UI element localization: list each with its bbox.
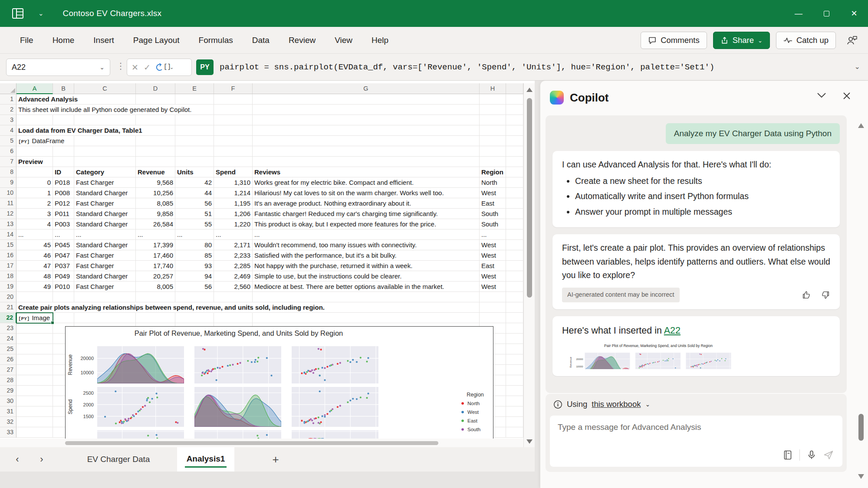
grid-cell[interactable]: P003 <box>53 219 74 229</box>
grid-cell[interactable]: 42 <box>175 177 214 188</box>
selected-cell[interactable]: [PY]Image <box>16 313 53 323</box>
grid-cell[interactable] <box>53 136 74 146</box>
grid-cell[interactable]: West <box>480 282 506 292</box>
grid-cell[interactable] <box>214 146 253 157</box>
grid-cell[interactable] <box>53 105 74 115</box>
grid-cell[interactable] <box>16 354 53 365</box>
grid-cell[interactable]: 85 <box>175 250 214 261</box>
grid-cell[interactable]: Advanced Analysis <box>16 94 53 105</box>
grid-cell[interactable]: Create pair plots analyzing relationship… <box>16 302 53 313</box>
grid-cell[interactable] <box>175 313 214 323</box>
maximize-button[interactable] <box>812 0 840 27</box>
copilot-collapse-chevron-icon[interactable] <box>817 92 826 98</box>
grid-cell[interactable]: Fast Charger <box>74 177 136 188</box>
grid-cell[interactable] <box>175 94 214 105</box>
grid-cell[interactable]: East <box>480 198 506 209</box>
grid-cell[interactable]: ... <box>253 229 480 240</box>
grid-cell[interactable] <box>214 313 253 323</box>
menu-tab-file[interactable]: File <box>20 36 33 45</box>
menu-tab-review[interactable]: Review <box>289 36 316 45</box>
grid-cell[interactable] <box>506 396 523 406</box>
grid-cell[interactable]: 20,257 <box>136 271 175 282</box>
grid-cell[interactable] <box>74 157 136 167</box>
grid-cell[interactable]: 1,310 <box>214 177 253 188</box>
grid-cell[interactable] <box>74 136 136 146</box>
vertical-scrollbar[interactable] <box>523 83 535 447</box>
grid-cell[interactable] <box>506 292 523 302</box>
menu-tab-help[interactable]: Help <box>372 36 388 45</box>
grid-cell[interactable]: Reviews <box>253 167 480 177</box>
grid-cell[interactable] <box>175 125 214 136</box>
copilot-scrollbar[interactable] <box>858 120 865 480</box>
grid-cell[interactable] <box>53 302 74 313</box>
thumbs-down-icon[interactable] <box>821 290 830 300</box>
grid-cell[interactable]: 0 <box>16 177 53 188</box>
share-button[interactable]: Share ⌄ <box>713 32 770 49</box>
row-header-12[interactable]: 12 <box>0 209 16 219</box>
sheet-nav-back-icon[interactable]: ‹ <box>10 447 25 472</box>
grid-cell[interactable]: ... <box>480 229 506 240</box>
grid-cell[interactable] <box>253 146 480 157</box>
grid-cell[interactable] <box>175 136 214 146</box>
vertical-scroll-thumb[interactable] <box>527 98 532 298</box>
grid-cell[interactable] <box>506 261 523 271</box>
grid-cell[interactable] <box>175 302 214 313</box>
comments-button[interactable]: Comments <box>641 32 707 49</box>
grid-cell[interactable] <box>16 323 53 334</box>
grid-cell[interactable] <box>506 157 523 167</box>
copilot-scroll-up-icon[interactable] <box>858 123 864 128</box>
grid-cell[interactable]: 1,214 <box>214 188 253 198</box>
menu-tab-insert[interactable]: Insert <box>93 36 114 45</box>
grid-cell[interactable]: West <box>480 271 506 282</box>
grid-cell[interactable] <box>74 302 136 313</box>
copilot-scroll-down-icon[interactable] <box>858 474 864 479</box>
grid-cell[interactable] <box>214 136 253 146</box>
formula-bar-more-icon[interactable]: ⋮ <box>116 61 125 71</box>
grid-cell[interactable]: P049 <box>53 271 74 282</box>
grid-cell[interactable] <box>506 313 523 323</box>
grid-cell[interactable]: 26,584 <box>136 219 175 229</box>
row-header-25[interactable]: 25 <box>0 344 16 354</box>
grid-cell[interactable] <box>16 365 53 375</box>
grid-cell[interactable]: 94 <box>175 271 214 282</box>
grid-cell[interactable] <box>253 302 480 313</box>
grid-cell[interactable]: 2,171 <box>214 240 253 250</box>
grid-cell[interactable]: This product is okay, but I expected mor… <box>253 219 480 229</box>
grid-cell[interactable] <box>506 94 523 105</box>
grid-cell[interactable]: Region <box>480 167 506 177</box>
select-all-corner[interactable] <box>0 83 16 94</box>
grid-cell[interactable]: South <box>480 209 506 219</box>
grid-cell[interactable]: Spend <box>214 167 253 177</box>
send-icon[interactable] <box>823 450 834 460</box>
grid-cell[interactable]: P047 <box>53 250 74 261</box>
grid-cell[interactable]: Hilarious! My cat loves to sit on the wa… <box>253 188 480 198</box>
grid-cell[interactable] <box>74 313 136 323</box>
grid-cell[interactable] <box>74 146 136 157</box>
grid-cell[interactable]: ... <box>53 229 74 240</box>
grid-cell[interactable] <box>16 167 53 177</box>
grid-cell[interactable]: P010 <box>53 282 74 292</box>
horizontal-scrollbar[interactable] <box>0 439 523 447</box>
copilot-scroll-thumb[interactable] <box>858 414 864 441</box>
row-header-14[interactable]: 14 <box>0 229 16 240</box>
sheet-nav-forward-icon[interactable]: › <box>34 447 49 472</box>
grid-cell[interactable] <box>506 177 523 188</box>
grid-cell[interactable] <box>480 94 506 105</box>
grid-cell[interactable] <box>506 271 523 282</box>
row-header-31[interactable]: 31 <box>0 406 16 417</box>
grid-cell[interactable]: It's an average product. Nothing extraor… <box>253 198 480 209</box>
grid-cell[interactable] <box>253 292 480 302</box>
column-header-partial[interactable] <box>506 83 523 94</box>
row-header-27[interactable]: 27 <box>0 365 16 375</box>
grid-cell[interactable] <box>16 417 53 427</box>
row-header-33[interactable]: 33 <box>0 427 16 438</box>
grid-cell[interactable] <box>480 157 506 167</box>
grid-cell[interactable] <box>506 354 523 365</box>
grid-cell[interactable]: Works great for my electric bike. Compac… <box>253 177 480 188</box>
grid-cell[interactable]: 47 <box>16 261 53 271</box>
column-header-G[interactable]: G <box>253 83 480 94</box>
grid-cell[interactable] <box>506 146 523 157</box>
grid-cell[interactable]: ... <box>74 229 136 240</box>
scroll-down-icon[interactable] <box>526 439 533 444</box>
row-header-17[interactable]: 17 <box>0 261 16 271</box>
